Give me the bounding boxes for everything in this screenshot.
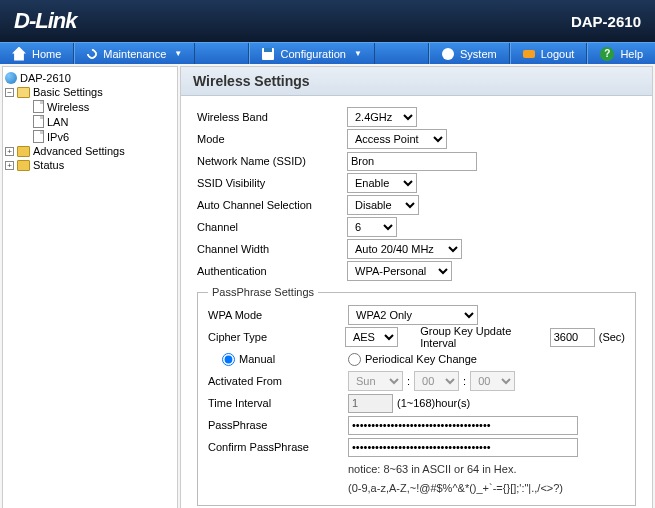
- tree-basic-settings[interactable]: − Basic Settings: [5, 85, 175, 99]
- select-channel[interactable]: 6: [347, 217, 397, 237]
- nav-configuration-label: Configuration: [280, 48, 345, 60]
- top-nav: Home Maintenance ▼ Configuration ▼ Syste…: [0, 42, 655, 64]
- tree-status[interactable]: + Status: [5, 158, 175, 172]
- nav-system-label: System: [460, 48, 497, 60]
- folder-icon: [17, 160, 30, 171]
- tool-icon: [85, 46, 99, 60]
- nav-help-label: Help: [620, 48, 643, 60]
- page-icon: [33, 115, 44, 128]
- nav-logout[interactable]: Logout: [510, 43, 588, 64]
- colon: :: [463, 375, 466, 387]
- select-width[interactable]: Auto 20/40 MHz: [347, 239, 462, 259]
- form-area: Wireless Band 2.4GHz Mode Access Point N…: [181, 96, 652, 508]
- nav-maintenance-label: Maintenance: [103, 48, 166, 60]
- colon: :: [407, 375, 410, 387]
- tree-wireless-label: Wireless: [47, 101, 89, 113]
- select-wpa-mode[interactable]: WPA2 Only: [348, 305, 478, 325]
- label-confirm-passphrase: Confirm PassPhrase: [208, 441, 348, 453]
- tree-ipv6[interactable]: IPv6: [33, 129, 175, 144]
- input-confirm-passphrase[interactable]: [348, 438, 578, 457]
- key-icon: [523, 50, 535, 58]
- nav-home-label: Home: [32, 48, 61, 60]
- select-auto-channel[interactable]: Disable: [347, 195, 419, 215]
- tree-advanced-settings[interactable]: + Advanced Settings: [5, 144, 175, 158]
- folder-open-icon: [17, 87, 30, 98]
- label-time-interval: Time Interval: [208, 397, 348, 409]
- label-auto-channel: Auto Channel Selection: [197, 199, 347, 211]
- label-hours: (1~168)hour(s): [397, 397, 470, 409]
- label-cipher: Cipher Type: [208, 331, 345, 343]
- input-ssid[interactable]: [347, 152, 477, 171]
- expand-icon[interactable]: +: [5, 161, 14, 170]
- radio-manual[interactable]: Manual: [222, 353, 348, 366]
- select-auth[interactable]: WPA-Personal: [347, 261, 452, 281]
- passphrase-fieldset: PassPhrase Settings WPA Mode WPA2 Only C…: [197, 286, 636, 506]
- page-icon: [33, 100, 44, 113]
- home-icon: [12, 47, 26, 61]
- collapse-icon[interactable]: −: [5, 88, 14, 97]
- nav-logout-label: Logout: [541, 48, 575, 60]
- folder-icon: [17, 146, 30, 157]
- nav-system[interactable]: System: [429, 43, 510, 64]
- label-width: Channel Width: [197, 243, 347, 255]
- tree-root[interactable]: DAP-2610: [5, 71, 175, 85]
- radio-manual-input[interactable]: [222, 353, 235, 366]
- input-time-interval: [348, 394, 393, 413]
- disk-icon: [262, 48, 274, 60]
- radio-manual-label: Manual: [239, 353, 275, 365]
- label-ssid: Network Name (SSID): [197, 155, 347, 167]
- tree-wireless[interactable]: Wireless: [33, 99, 175, 114]
- select-cipher[interactable]: AES: [345, 327, 398, 347]
- label-wpa-mode: WPA Mode: [208, 309, 348, 321]
- label-gkui: Group Key Update Interval: [420, 325, 546, 349]
- tree-basic-label: Basic Settings: [33, 86, 103, 98]
- label-band: Wireless Band: [197, 111, 347, 123]
- select-band[interactable]: 2.4GHz: [347, 107, 417, 127]
- nav-home[interactable]: Home: [0, 43, 74, 64]
- label-channel: Channel: [197, 221, 347, 233]
- radio-periodical[interactable]: Periodical Key Change: [348, 353, 477, 366]
- label-visibility: SSID Visibility: [197, 177, 347, 189]
- tree-ipv6-label: IPv6: [47, 131, 69, 143]
- label-auth: Authentication: [197, 265, 347, 277]
- select-hh: 00: [414, 371, 459, 391]
- input-passphrase[interactable]: [348, 416, 578, 435]
- input-gkui[interactable]: [550, 328, 595, 347]
- chevron-down-icon: ▼: [174, 49, 182, 58]
- label-mode: Mode: [197, 133, 347, 145]
- notice-line2: (0-9,a-z,A-Z,~!@#$%^&*()_+`-={}[];':"|.,…: [348, 481, 625, 496]
- nav-help[interactable]: ? Help: [587, 43, 655, 64]
- content-panel: Wireless Settings Wireless Band 2.4GHz M…: [180, 66, 653, 508]
- panel-title: Wireless Settings: [181, 67, 652, 96]
- main-area: DAP-2610 − Basic Settings Wireless LAN I…: [0, 64, 655, 508]
- label-activated: Activated From: [208, 375, 348, 387]
- select-day: Sun: [348, 371, 403, 391]
- notice-line1: notice: 8~63 in ASCII or 64 in Hex.: [348, 462, 625, 477]
- header: D-Link DAP-2610: [0, 0, 655, 42]
- label-passphrase: PassPhrase: [208, 419, 348, 431]
- page-icon: [33, 130, 44, 143]
- globe-icon: [5, 72, 17, 84]
- help-icon: ?: [600, 47, 614, 61]
- radio-periodical-label: Periodical Key Change: [365, 353, 477, 365]
- model-label: DAP-2610: [571, 13, 641, 30]
- passphrase-legend: PassPhrase Settings: [208, 286, 318, 298]
- nav-configuration[interactable]: Configuration ▼: [249, 43, 374, 64]
- select-mode[interactable]: Access Point: [347, 129, 447, 149]
- select-visibility[interactable]: Enable: [347, 173, 417, 193]
- sidebar-tree: DAP-2610 − Basic Settings Wireless LAN I…: [2, 66, 178, 508]
- brand-logo: D-Link: [14, 8, 76, 34]
- tree-lan[interactable]: LAN: [33, 114, 175, 129]
- chevron-down-icon: ▼: [354, 49, 362, 58]
- gear-icon: [442, 48, 454, 60]
- tree-status-label: Status: [33, 159, 64, 171]
- tree-lan-label: LAN: [47, 116, 68, 128]
- tree-root-label: DAP-2610: [20, 72, 71, 84]
- nav-maintenance[interactable]: Maintenance ▼: [74, 43, 195, 64]
- label-sec: (Sec): [599, 331, 625, 343]
- expand-icon[interactable]: +: [5, 147, 14, 156]
- radio-periodical-input[interactable]: [348, 353, 361, 366]
- tree-advanced-label: Advanced Settings: [33, 145, 125, 157]
- select-mm: 00: [470, 371, 515, 391]
